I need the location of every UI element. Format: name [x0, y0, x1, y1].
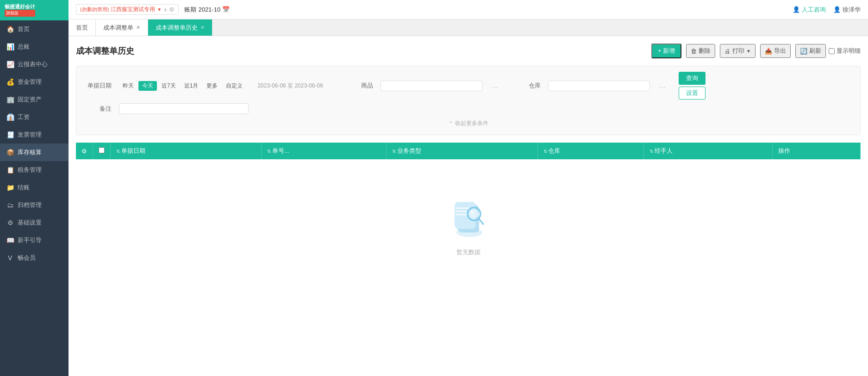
company-warning: (勿删勿禁用)	[80, 6, 109, 13]
collapse-button[interactable]: ⌃ 收起更多条件	[443, 118, 494, 129]
sidebar-logo[interactable]: 畅捷通好会计 旗舰版	[0, 0, 69, 20]
date-opt-7days[interactable]: 近7天	[158, 81, 180, 91]
filter-area: 单据日期 昨天 今天 近7天 近1月 更多 自定义 2023-06-06 至 2…	[76, 66, 861, 135]
sidebar-item-settings[interactable]: ⚙ 基础设置	[0, 214, 69, 232]
product-more-icon[interactable]: …	[492, 82, 498, 89]
date-opt-1month[interactable]: 近1月	[181, 81, 202, 91]
warehouse-label: 仓库	[513, 81, 541, 90]
collapse-row: ⌃ 收起更多条件	[84, 118, 853, 129]
sidebar-item-salary[interactable]: 👔 工资	[0, 108, 69, 126]
print-dropdown-icon: ▼	[746, 49, 751, 54]
toolbar: + 新增 🗑 删除 🖨 打印 ▼ 📤 导出	[651, 44, 826, 58]
filter-row-2: 备注	[84, 103, 853, 114]
col-date[interactable]: ⇅ 单据日期	[111, 143, 262, 159]
date-opt-more[interactable]: 更多	[203, 81, 221, 91]
date-opt-yesterday[interactable]: 昨天	[119, 81, 137, 91]
tab-cost-adjust-close[interactable]: ✕	[136, 25, 140, 31]
product-input[interactable]	[381, 81, 482, 91]
company-selector[interactable]: (勿删勿禁用) 江西服宝测试专用 ▼ + ⚙	[76, 4, 179, 15]
refresh-button[interactable]: 🔄 刷新	[795, 44, 826, 58]
company-name: 江西服宝测试专用	[111, 6, 155, 13]
sidebar-item-archive[interactable]: 🗂 归档管理	[0, 196, 69, 214]
sidebar-item-home[interactable]: 🏠 首页	[0, 20, 69, 38]
query-button[interactable]: 查询	[679, 72, 706, 85]
sidebar-logo-badge: 旗舰版	[5, 10, 35, 17]
close-books-icon: 📁	[6, 184, 14, 191]
date-range-text: 2023-06-06 至 2023-06-06	[257, 82, 323, 90]
svg-rect-6	[456, 214, 468, 215]
col-business-type[interactable]: ⇅ 业务类型	[387, 143, 537, 159]
print-button[interactable]: 🖨 打印 ▼	[720, 44, 756, 58]
sidebar-item-member[interactable]: Ⅴ 畅会员	[0, 249, 69, 267]
tax-icon: 📋	[6, 166, 14, 174]
sidebar-item-ledger[interactable]: 📊 总账	[0, 38, 69, 56]
date-label: 单据日期	[84, 81, 112, 90]
user-profile[interactable]: 👤 徐泽华	[833, 6, 861, 14]
table-checkbox-th[interactable]	[93, 143, 111, 159]
select-all-checkbox[interactable]	[99, 147, 105, 153]
archive-icon: 🗂	[6, 201, 14, 209]
user-name-text: 徐泽华	[843, 6, 861, 14]
calendar-icon[interactable]: 📅	[222, 6, 230, 13]
fixed-assets-icon: 🏢	[6, 96, 14, 103]
filter-settings-button[interactable]: 设置	[679, 87, 706, 100]
period-value: 2021-10	[198, 6, 220, 13]
settings-icon-small[interactable]: ⚙	[169, 6, 175, 13]
tab-cost-adjust-history[interactable]: 成本调整单历史 ✕	[148, 19, 212, 36]
show-detail-checkbox[interactable]	[829, 48, 835, 54]
sidebar-item-fixed-assets[interactable]: 🏢 固定资产	[0, 91, 69, 108]
sidebar-item-close[interactable]: 📁 结账	[0, 179, 69, 196]
svg-point-10	[471, 211, 474, 213]
warehouse-more-icon[interactable]: …	[659, 82, 666, 89]
tab-home[interactable]: 首页	[69, 19, 96, 36]
warehouse-input[interactable]	[548, 81, 650, 91]
tab-cost-adjust[interactable]: 成本调整单 ✕	[96, 19, 148, 36]
svg-line-9	[479, 219, 483, 224]
member-icon: Ⅴ	[6, 254, 14, 262]
period-label: 账期	[184, 6, 196, 14]
table-settings-th[interactable]: ⚙	[76, 143, 93, 159]
tab-cost-adjust-history-label: 成本调整单历史	[156, 24, 198, 32]
sidebar-item-inventory[interactable]: 📦 库存核算	[0, 144, 69, 161]
export-button[interactable]: 📤 导出	[760, 44, 791, 58]
top-header-left: (勿删勿禁用) 江西服宝测试专用 ▼ + ⚙ 账期 2021-10 📅	[76, 4, 230, 15]
company-dropdown-icon[interactable]: ▼	[157, 7, 162, 12]
sidebar-item-reports[interactable]: 📈 云报表中心	[0, 56, 69, 73]
sidebar-item-funds[interactable]: 💰 资金管理	[0, 73, 69, 91]
tab-cost-adjust-history-close[interactable]: ✕	[200, 25, 205, 31]
sidebar-item-tax[interactable]: 📋 税务管理	[0, 161, 69, 179]
ledger-icon: 📊	[6, 43, 14, 50]
date-opt-today[interactable]: 今天	[138, 81, 157, 91]
main-content: (勿删勿禁用) 江西服宝测试专用 ▼ + ⚙ 账期 2021-10 📅 👤 人工…	[69, 0, 868, 376]
delete-button[interactable]: 🗑 删除	[686, 44, 715, 58]
col-number[interactable]: ⇅ 单号...	[262, 143, 387, 159]
inventory-icon: 📦	[6, 149, 14, 156]
period-info: 账期 2021-10 📅	[184, 6, 230, 14]
salary-icon: 👔	[6, 113, 14, 121]
page-title-bar: 成本调整单历史 + 新增 🗑 删除 🖨 打印 ▼	[76, 44, 861, 58]
customer-service-btn[interactable]: 👤 人工咨询	[793, 6, 826, 14]
guide-icon: 📖	[6, 237, 14, 244]
sidebar-item-guide[interactable]: 📖 新手引导	[0, 232, 69, 249]
show-detail-text: 显示明细	[837, 47, 861, 55]
settings-col-icon[interactable]: ⚙	[81, 148, 87, 155]
new-button[interactable]: + 新增	[651, 44, 681, 58]
date-opt-custom[interactable]: 自定义	[222, 81, 246, 91]
col-warehouse[interactable]: ⇅ 仓库	[537, 143, 644, 159]
page-tabs: 首页 成本调整单 ✕ 成本调整单历史 ✕	[69, 19, 868, 36]
show-detail-toggle[interactable]: 显示明细	[829, 47, 861, 55]
sidebar-item-invoice[interactable]: 🧾 发票管理	[0, 126, 69, 144]
print-icon: 🖨	[724, 48, 731, 55]
collapse-label: 收起更多条件	[455, 119, 488, 127]
col-handler[interactable]: ⇅ 经手人	[644, 143, 773, 159]
notes-input[interactable]	[119, 103, 249, 114]
reports-icon: 📈	[6, 61, 14, 68]
sidebar-logo-text: 畅捷通好会计	[5, 4, 35, 10]
sort-icon-3: ⇅	[392, 149, 397, 154]
add-company-icon[interactable]: +	[163, 6, 167, 13]
top-header: (勿删勿禁用) 江西服宝测试专用 ▼ + ⚙ 账期 2021-10 📅 👤 人工…	[69, 0, 868, 19]
refresh-icon: 🔄	[800, 48, 807, 55]
funds-icon: 💰	[6, 78, 14, 86]
export-icon: 📤	[765, 48, 772, 55]
user-avatar-icon: 👤	[833, 6, 841, 13]
